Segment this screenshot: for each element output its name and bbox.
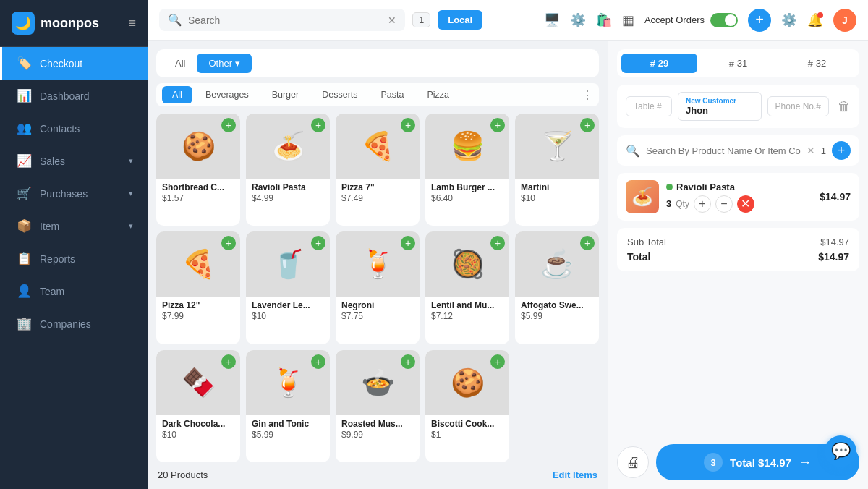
delete-icon[interactable]: 🗑 [838,99,851,114]
subtotal-label: Sub Total [627,237,666,247]
tab-all-outer[interactable]: All [163,54,197,73]
order-item-qty-row: 3 Qty + − ✕ [666,195,812,213]
settings-icon[interactable]: ⚙️ [781,12,797,28]
sidebar-item-label: Contacts [40,123,80,135]
product-card-negroni[interactable]: 🍹 + Negroni $7.75 [336,231,420,344]
tab-burger[interactable]: Burger [262,86,310,103]
dashboard-icon: 📊 [17,88,31,103]
customer-name[interactable]: Jhon [686,105,754,116]
product-name: Shortbread C... [156,179,240,192]
sidebar-item-item[interactable]: 📦 Item ▾ [0,210,148,242]
decrement-button[interactable]: − [715,195,733,213]
add-product-button[interactable]: + [311,118,326,132]
product-card-gin-tonic[interactable]: 🍹 + Gin and Tonic $5.99 [246,350,330,462]
sidebar-item-label: Item [40,221,59,232]
product-card-ravioli[interactable]: 🍝 + Ravioli Pasta $4.99 [246,114,330,226]
increment-button[interactable]: + [694,195,711,213]
search-icon: 🔍 [168,13,182,27]
sidebar-item-sales[interactable]: 📈 Sales ▾ [0,145,148,177]
tab-desserts[interactable]: Desserts [312,86,367,103]
product-card-lentil[interactable]: 🥘 + Lentil and Mu... $7.12 [425,231,509,344]
app-name: moonpos [41,16,99,31]
tab-other[interactable]: Other ▾ [197,54,252,73]
active-dot [666,184,673,190]
order-item: 🍝 Ravioli Pasta 3 Qty + − ✕ $14.97 [617,173,859,221]
tab-pizza[interactable]: Pizza [417,86,460,103]
customer-field: New Customer Jhon [678,92,762,121]
product-card-lavender[interactable]: 🥤 + Lavender Le... $10 [246,231,330,344]
add-product-button[interactable]: + [401,354,415,369]
phone-field[interactable]: Phone No.# [767,96,829,116]
sidebar-item-purchases[interactable]: 🛒 Purchases ▾ [0,177,148,210]
product-card-martini[interactable]: 🍸 + Martini $10 [515,114,599,226]
add-button[interactable]: + [748,9,771,32]
chat-button[interactable]: 💬 [825,435,856,467]
more-icon[interactable]: ⋮ [582,88,593,102]
team-icon: 👤 [17,284,31,299]
logo-icon: 🌙 [12,12,35,35]
total-row: Total $14.97 [627,251,849,263]
category-tabs-outer: All Other ▾ [156,49,599,77]
notification-icon[interactable]: 🔔 [807,12,823,28]
sidebar-item-reports[interactable]: 📋 Reports [0,242,148,275]
tab-order-31[interactable]: # 31 [700,54,776,73]
local-button[interactable]: Local [438,10,482,30]
tab-pasta[interactable]: Pasta [371,86,414,103]
avatar[interactable]: J [833,9,856,32]
search-input[interactable] [188,14,382,26]
product-card-pizza12[interactable]: 🍕 + Pizza 12" $7.99 [156,231,240,344]
chevron-down-icon: ▾ [129,156,133,166]
qty-label: Qty [676,199,689,209]
sidebar-item-dashboard[interactable]: 📊 Dashboard [0,80,148,112]
category-tabs-inner: All Beverages Burger Desserts Pasta Pizz… [156,83,599,106]
product-name: Pizza 12" [156,297,240,310]
sidebar-item-label: Purchases [40,188,88,200]
product-name: Martini [515,179,599,192]
print-button[interactable]: 🖨 [617,446,649,478]
subtotal-value: $14.97 [820,237,849,247]
tab-order-32[interactable]: # 32 [779,54,855,73]
sidebar-item-label: Dashboard [40,90,90,102]
add-product-button[interactable]: + [221,354,236,369]
gear-icon[interactable]: ⚙️ [570,12,586,28]
add-product-button[interactable]: + [580,118,595,132]
hamburger-icon[interactable]: ≡ [128,16,136,31]
subtotal-row: Sub Total $14.97 [627,237,849,247]
topbar: 🔍 ✕ 1 Local 🖥️ ⚙️ 🛍️ ▦ Accept Orders + ⚙… [148,0,868,41]
tab-order-29[interactable]: # 29 [621,54,697,73]
add-product-button[interactable]: + [490,354,505,369]
monitor-icon[interactable]: 🖥️ [544,12,560,28]
item-icon: 📦 [17,218,31,234]
tab-beverages[interactable]: Beverages [195,86,259,103]
close-icon[interactable]: ✕ [807,145,815,156]
product-card-affogato[interactable]: ☕ + Affogato Swe... $5.99 [515,231,599,344]
item-search-input[interactable] [646,145,801,156]
add-product-button[interactable]: + [401,118,415,132]
bag-icon[interactable]: 🛍️ [596,12,612,28]
order-item-details: Ravioli Pasta 3 Qty + − ✕ [666,182,812,213]
add-item-button[interactable]: + [832,141,851,160]
accept-orders-switch[interactable] [710,13,738,27]
product-price: $10 [156,429,240,441]
remove-button[interactable]: ✕ [737,195,754,213]
sidebar-item-team[interactable]: 👤 Team [0,275,148,307]
add-product-button[interactable]: + [221,118,236,132]
table-field[interactable]: Table # [626,96,672,116]
product-card-biscotti[interactable]: 🍪 + Biscotti Cook... $1 [425,350,509,462]
sidebar-item-companies[interactable]: 🏢 Companies [0,307,148,340]
barcode-icon[interactable]: ▦ [622,12,634,28]
product-card-roasted[interactable]: 🍲 + Roasted Mus... $9.99 [336,350,420,462]
tab-all-inner[interactable]: All [162,86,192,103]
add-product-button[interactable]: + [311,354,326,369]
edit-items-link[interactable]: Edit Items [553,469,597,480]
reports-icon: 📋 [17,251,31,266]
add-product-button[interactable]: + [490,118,505,132]
sidebar-item-checkout[interactable]: 🏷️ Checkout [0,47,148,80]
product-card-pizza7[interactable]: 🍕 + Pizza 7" $7.49 [336,114,420,226]
sidebar-item-label: Reports [40,253,75,265]
product-card-lambburger[interactable]: 🍔 + Lamb Burger ... $6.40 [425,114,509,226]
close-icon[interactable]: ✕ [388,14,396,26]
product-card-darkchoc[interactable]: 🍫 + Dark Chocola... $10 [156,350,240,462]
product-card-shortbread[interactable]: 🍪 + Shortbread C... $1.57 [156,114,240,226]
sidebar-item-contacts[interactable]: 👥 Contacts [0,112,148,145]
